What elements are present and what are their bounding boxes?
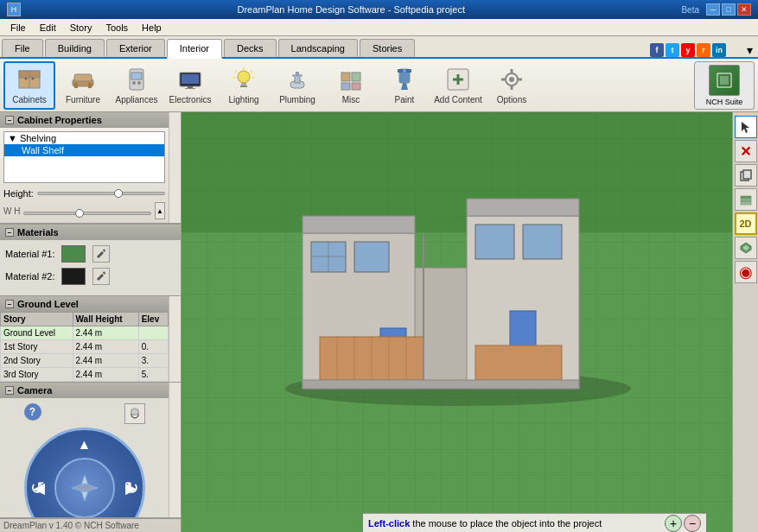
width-slider[interactable] (23, 212, 151, 215)
twitter-icon[interactable]: t (666, 43, 679, 57)
wall-height-val: 2.44 m (73, 354, 138, 368)
tab-landscaping[interactable]: Landscaping (278, 39, 358, 57)
help-button[interactable]: ? (24, 403, 41, 421)
menu-help[interactable]: Help (135, 21, 169, 35)
camera-collapse-icon[interactable]: − (5, 386, 14, 395)
tab-interior[interactable]: Interior (167, 39, 222, 59)
facebook-icon[interactable]: f (650, 43, 664, 57)
misc-tool[interactable]: Misc (325, 61, 377, 110)
rss-icon[interactable]: r (697, 43, 710, 57)
tree-item-wallshelf[interactable]: Wall Shelf (4, 144, 164, 156)
table-row[interactable]: Ground Level 2.44 m (1, 326, 169, 340)
furniture-tool[interactable]: Furniture (57, 61, 109, 110)
lighting-tool[interactable]: Lighting (218, 61, 270, 110)
linkedin-icon[interactable]: in (712, 43, 726, 57)
slider-thumb[interactable] (114, 189, 123, 198)
menu-tools[interactable]: Tools (99, 21, 135, 35)
svg-point-40 (509, 77, 514, 82)
right-panel: ✕ 2D ◉ (732, 112, 758, 532)
menu-edit[interactable]: Edit (33, 21, 63, 35)
table-row[interactable]: 2nd Story 2.44 m 3. (1, 354, 169, 368)
tree-item-shelving[interactable]: ▼ Shelving (4, 132, 164, 144)
3d-viewport[interactable]: Left-click the mouse to place the object… (182, 112, 732, 532)
view-zoom-in-button[interactable]: + (665, 515, 682, 532)
tab-building[interactable]: Building (45, 39, 105, 57)
status-bar: Left-click the mouse to place the object… (363, 513, 706, 532)
tab-bar: File Building Exterior Interior Decks La… (0, 36, 758, 59)
add-content-tool[interactable]: Add Content (432, 61, 484, 110)
svg-point-12 (137, 81, 141, 85)
table-row[interactable]: 1st Story 2.44 m 0. (1, 340, 169, 354)
add-content-icon (444, 66, 472, 93)
appliances-tool[interactable]: Appliances (111, 61, 162, 110)
view-zoom-out-button[interactable]: − (684, 515, 701, 532)
svg-point-17 (238, 71, 250, 83)
menu-story[interactable]: Story (63, 21, 99, 35)
cabinets-tool[interactable]: Cabinets (3, 61, 55, 110)
cursor-tool-button[interactable] (735, 116, 757, 138)
app-icon: H (7, 3, 21, 16)
close-button[interactable]: ✕ (737, 3, 751, 16)
camera-scrollbar[interactable] (169, 383, 181, 518)
3d-top-tool-button[interactable] (735, 237, 757, 259)
rotate-right-arrow[interactable]: ↻ (124, 478, 139, 498)
materials-collapse-icon[interactable]: − (5, 228, 14, 237)
layer-tool-button[interactable] (735, 188, 757, 211)
electronics-tool[interactable]: Electronics (164, 61, 216, 110)
appliances-icon (123, 66, 150, 93)
ground-level-scrollbar[interactable] (169, 296, 181, 382)
svg-rect-7 (88, 83, 92, 88)
minimize-button[interactable]: ─ (706, 3, 720, 16)
paint-tool-button[interactable]: ◉ (735, 261, 757, 283)
cabinets-icon (16, 66, 43, 93)
2d-view-button[interactable]: 2D (735, 212, 757, 235)
materials-title: Materials (17, 227, 59, 238)
paint-label: Paint (395, 95, 415, 104)
scroll-up-btn[interactable]: ▲ (155, 202, 165, 219)
camera-compass[interactable]: ▲ ▼ ▶ ◀ ↺ ↻ (24, 428, 145, 518)
table-row[interactable]: 3rd Story 2.44 m 5. (1, 368, 169, 382)
tab-decks[interactable]: Decks (224, 39, 277, 57)
svg-rect-26 (295, 76, 300, 83)
svg-line-21 (251, 71, 252, 73)
width-thumb[interactable] (75, 209, 84, 218)
tab-file[interactable]: File (2, 39, 43, 57)
youtube-icon[interactable]: y (681, 43, 695, 57)
materials-header[interactable]: − Materials (0, 225, 181, 240)
rotate-left-arrow[interactable]: ↺ (30, 478, 45, 498)
material2-swatch[interactable] (61, 268, 86, 285)
compass-inner[interactable] (54, 458, 115, 518)
ground-level-header[interactable]: − Ground Level (0, 296, 169, 312)
maximize-button[interactable]: □ (722, 3, 736, 16)
material2-edit-button[interactable] (92, 268, 110, 285)
tab-exterior[interactable]: Exterior (106, 39, 165, 57)
height-label: Height: (3, 188, 34, 199)
paint-tool[interactable]: Paint (379, 61, 430, 110)
copy-tool-button[interactable] (735, 164, 757, 187)
more-icon[interactable]: ▾ (747, 43, 753, 57)
plumbing-tool[interactable]: Plumbing (271, 61, 323, 110)
collapse-icon[interactable]: − (5, 116, 14, 124)
nch-suite-label: NCH Suite (706, 98, 743, 106)
elev-val: 3. (138, 354, 168, 368)
tab-stories[interactable]: Stories (360, 39, 415, 57)
material2-label: Material #2: (5, 271, 54, 282)
nch-suite-button[interactable]: NCH Suite (694, 61, 755, 110)
height-slider[interactable] (37, 192, 165, 195)
options-tool[interactable]: Options (486, 61, 538, 110)
delete-tool-button[interactable]: ✕ (735, 140, 757, 162)
cabinet-scrollbar[interactable] (169, 112, 181, 223)
camera-header[interactable]: − Camera (0, 383, 169, 398)
menu-file[interactable]: File (3, 21, 33, 35)
nav-north-arrow[interactable]: ▲ (78, 437, 92, 453)
cabinet-tree[interactable]: ▼ Shelving Wall Shelf (3, 131, 165, 183)
cabinet-properties-header[interactable]: − Cabinet Properties (0, 112, 169, 128)
material1-edit-button[interactable] (92, 245, 110, 263)
svg-rect-75 (743, 170, 751, 179)
material1-swatch[interactable] (61, 245, 86, 263)
svg-rect-71 (475, 345, 562, 380)
ground-level-collapse-icon[interactable]: − (5, 300, 14, 308)
panel-footer: DreamPlan v 1.40 © NCH Software (0, 518, 181, 532)
snapshot-button[interactable] (124, 403, 145, 424)
add-content-label: Add Content (434, 95, 482, 104)
